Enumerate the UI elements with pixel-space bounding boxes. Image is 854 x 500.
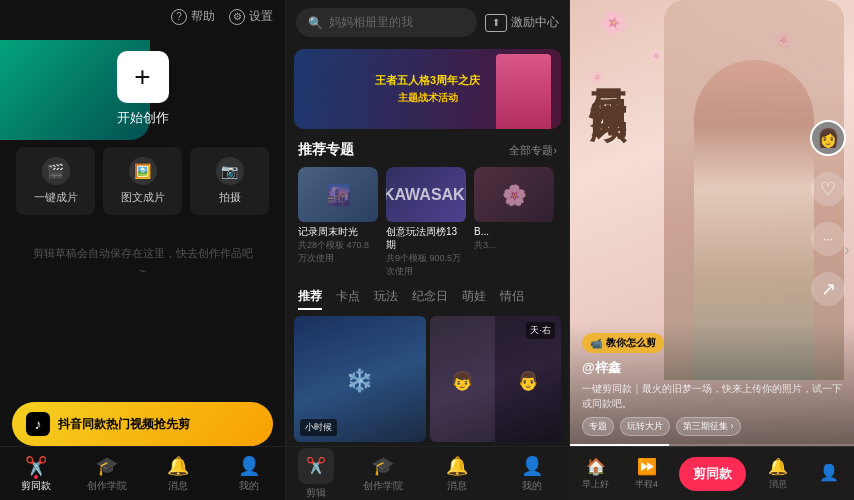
left-nav-academy[interactable]: 🎓 创作学院 (71, 455, 142, 493)
tab-cute[interactable]: 萌娃 (462, 288, 486, 310)
banner-character (496, 54, 551, 129)
create-button[interactable]: + 开始创作 (117, 51, 169, 127)
right-bottom-nav: 🏠 早上好 ⏩ 半程4 剪同款 🔔 消息 👤 (570, 446, 854, 500)
upload-center-button[interactable]: ⬆ 激励中心 (485, 14, 559, 32)
right-nav-progress[interactable]: ⏩ 半程4 (621, 457, 672, 491)
tag-3[interactable]: 第三期征集 › (676, 417, 741, 436)
quick-action-video-label: 一键成片 (34, 190, 78, 205)
right-panel: 🌸 🌸 🌸 🌸 早知惊鸿一顾 👩 ♡ ··· ↗ 📹 教你怎么剪 @梓鑫 (570, 0, 854, 500)
mid-nav-profile[interactable]: 👤 我的 (495, 455, 569, 493)
video-icon: 🎬 (42, 157, 70, 185)
upload-label: 激励中心 (511, 14, 559, 31)
mid-nav-academy[interactable]: 🎓 创作学院 (346, 455, 420, 493)
theme-card-2-title: 创意玩法周榜13期 (386, 225, 466, 251)
theme-card-1-title: 记录周末时光 (298, 225, 378, 238)
left-bottom-nav: ✂️ 剪同款 🎓 创作学院 🔔 消息 👤 我的 (0, 446, 285, 500)
edit-icon: ✂️ (298, 448, 334, 484)
hero-banner[interactable]: 王者五人格3周年之庆 主题战术活动 (294, 49, 561, 129)
video-tags: 专题 玩转大片 第三期征集 › (582, 417, 842, 436)
quick-action-camera[interactable]: 📷 拍摄 (190, 147, 269, 215)
tag-2[interactable]: 玩转大片 (620, 417, 670, 436)
content-card-2[interactable]: 👦 👨 天·右 (430, 316, 562, 442)
help-button[interactable]: ? 帮助 (171, 8, 215, 25)
theme-card-1[interactable]: 🌆 记录周末时光 共28个模板 470.8万次使用 (298, 167, 378, 278)
content-card-1[interactable]: ❄️ 小时候 (294, 316, 426, 442)
left-nav-profile[interactable]: 👤 我的 (214, 455, 285, 493)
search-icon: 🔍 (308, 16, 323, 30)
promo-banner[interactable]: ♪ 抖音同款热门视频抢先剪 (12, 402, 273, 446)
left-top-bar: ? 帮助 ⚙ 设置 (0, 0, 285, 33)
right-nav-message[interactable]: 🔔 消息 (752, 457, 803, 491)
help-icon: ? (171, 9, 187, 25)
profile-icon: 👤 (238, 455, 260, 477)
academy-icon: 🎓 (96, 455, 118, 477)
mid-profile-icon: 👤 (521, 455, 543, 477)
theme-card-1-sub: 共28个模板 470.8万次使用 (298, 239, 378, 265)
left-nav-message[interactable]: 🔔 消息 (143, 455, 214, 493)
bell-icon: 🔔 (167, 455, 189, 477)
theme-card-3-sub: 共3... (474, 239, 554, 252)
settings-icon: ⚙ (229, 9, 245, 25)
create-btn-area: + 开始创作 (0, 33, 285, 137)
progress-icon: ⏩ (637, 457, 657, 476)
right-nav-home[interactable]: 🏠 早上好 (570, 457, 621, 491)
content-card-1-badge: 小时候 (300, 419, 337, 436)
quick-actions: 🎬 一键成片 🖼️ 图文成片 📷 拍摄 (0, 137, 285, 225)
teach-text: 教你怎么剪 (606, 336, 656, 350)
mid-academy-icon: 🎓 (372, 455, 394, 477)
section-more-button[interactable]: 全部专题 › (509, 143, 557, 158)
right-bottom-overlay: 📹 教你怎么剪 @梓鑫 一键剪同款｜最火的旧梦一场，快来上传你的照片，试一下或同… (570, 323, 854, 447)
promo-text: 抖音同款热门视频抢先剪 (58, 416, 259, 433)
right-bell-icon: 🔔 (768, 457, 788, 476)
teach-badge[interactable]: 📹 教你怎么剪 (582, 333, 664, 353)
tab-anniversary[interactable]: 纪念日 (412, 288, 448, 310)
draft-text: 剪辑草稿会自动保存在这里，快去创作作品吧~ (0, 225, 285, 300)
plus-icon: + (117, 51, 169, 103)
video-description: 一键剪同款｜最火的旧梦一场，快来上传你的照片，试一下或同款吧。 (582, 381, 842, 411)
tab-gameplay[interactable]: 玩法 (374, 288, 398, 310)
search-input[interactable]: 🔍 妈妈相册里的我 (296, 8, 477, 37)
mid-bell-icon: 🔔 (446, 455, 468, 477)
theme-cards: 🌆 记录周末时光 共28个模板 470.8万次使用 KAWASAKI 创意玩法周… (286, 163, 569, 282)
help-label: 帮助 (191, 8, 215, 25)
tag-1[interactable]: 专题 (582, 417, 614, 436)
right-profile-icon: 👤 (819, 463, 839, 482)
tab-beat[interactable]: 卡点 (336, 288, 360, 310)
quick-action-video[interactable]: 🎬 一键成片 (16, 147, 95, 215)
settings-button[interactable]: ⚙ 设置 (229, 8, 273, 25)
mid-nav-edit[interactable]: ✂️ 剪辑 (286, 448, 346, 500)
teach-icon: 📹 (590, 338, 602, 349)
tab-couple[interactable]: 情侣 (500, 288, 524, 310)
settings-label: 设置 (249, 8, 273, 25)
mid-nav-message[interactable]: 🔔 消息 (420, 455, 494, 493)
theme-card-3-title: B... (474, 225, 554, 238)
create-label: 开始创作 (117, 109, 169, 127)
cut-btn-label[interactable]: 剪同款 (679, 457, 746, 491)
mid-bottom-nav: ✂️ 剪辑 🎓 创作学院 🔔 消息 👤 我的 (286, 446, 569, 500)
camera-icon: 📷 (216, 157, 244, 185)
banner-text: 王者五人格3周年之庆 主题战术活动 (375, 73, 480, 104)
user-name[interactable]: @梓鑫 (582, 359, 842, 377)
petal-decoration-4: 🌸 (650, 50, 662, 61)
quick-action-camera-label: 拍摄 (219, 190, 241, 205)
home-icon: 🏠 (586, 457, 606, 476)
panel-chevron-right[interactable]: › (838, 0, 854, 500)
tab-recommend[interactable]: 推荐 (298, 288, 322, 310)
theme-card-2[interactable]: KAWASAKI 创意玩法周榜13期 共9个模板 900.5万次使用 (386, 167, 466, 278)
left-nav-jiantongkuan[interactable]: ✂️ 剪同款 (0, 455, 71, 493)
quick-action-imgtext[interactable]: 🖼️ 图文成片 (103, 147, 182, 215)
middle-panel: 🔍 妈妈相册里的我 ⬆ 激励中心 王者五人格3周年之庆 主题战术活动 推荐专题 … (285, 0, 570, 500)
mid-content-grid: ❄️ 小时候 👦 👨 天·右 (286, 312, 569, 446)
mid-tabs: 推荐 卡点 玩法 纪念日 萌娃 情侣 (286, 282, 569, 312)
left-panel: ? 帮助 ⚙ 设置 + 开始创作 🎬 一键成片 🖼️ 图文成片 📷 拍摄 剪辑草… (0, 0, 285, 500)
imgtext-icon: 🖼️ (129, 157, 157, 185)
theme-card-2-sub: 共9个模板 900.5万次使用 (386, 252, 466, 278)
quick-action-imgtext-label: 图文成片 (121, 190, 165, 205)
cut-same-btn[interactable]: 剪同款 (672, 457, 752, 491)
upload-icon: ⬆ (485, 14, 507, 32)
mid-search-bar: 🔍 妈妈相册里的我 ⬆ 激励中心 (286, 0, 569, 45)
section-title-recommend: 推荐专题 (298, 141, 354, 159)
scissors-icon: ✂️ (25, 455, 47, 477)
theme-card-3[interactable]: 🌸 B... 共3... (474, 167, 554, 278)
chevron-right-icon: › (553, 144, 557, 156)
